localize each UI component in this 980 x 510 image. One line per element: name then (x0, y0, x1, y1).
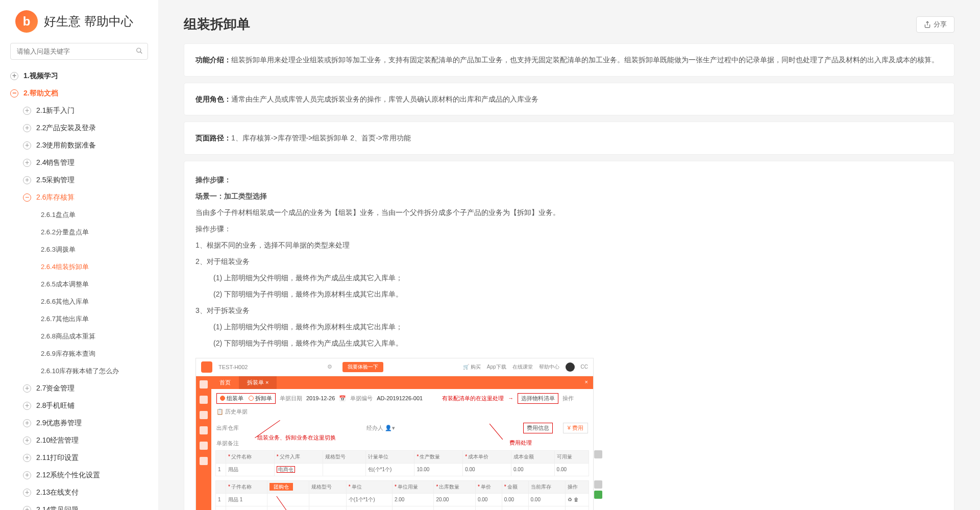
box-icon (200, 396, 208, 404)
step-1: 1、根据不同的业务，选择不同单据的类型来处理 (195, 238, 943, 252)
expand-icon (23, 159, 31, 167)
expand-icon (23, 402, 31, 410)
share-icon (924, 21, 931, 28)
expand-icon (23, 506, 31, 510)
home-icon (200, 380, 208, 388)
nav-item[interactable]: 2.5采购管理 (10, 172, 148, 189)
bag-icon (200, 426, 208, 434)
mock-date-label: 单据日期 (280, 395, 302, 402)
search-box (10, 43, 148, 60)
nav-item[interactable]: 2.6.7其他出库单 (10, 310, 148, 328)
step-3-1: (1) 上部明细为父件明细，最终作为原材料生成其它出库单； (195, 320, 943, 334)
nav-item[interactable]: 2.4销售管理 (10, 154, 148, 172)
nav-item[interactable]: 2.6.4组装拆卸单 (10, 258, 148, 276)
nav-item[interactable]: 2.6.1盘点单 (10, 206, 148, 224)
nav-item-label: 2.6库存核算 (36, 193, 75, 202)
embedded-screenshot: TEST-H002 ⚙ 我要体验一下 🛒 购买 App下载 在线课堂 帮助中心 … (195, 358, 594, 510)
annotation-bom: 有装配清单的在这里处理 (442, 395, 504, 402)
intro-label: 功能介绍： (195, 56, 231, 64)
brand-title: 好生意 帮助中心 (44, 13, 133, 30)
mock-video: 在线课堂 (512, 363, 533, 371)
nav-item-label: 2.14常见问题 (36, 505, 79, 510)
nav-item[interactable]: 2.6.3调拨单 (10, 241, 148, 258)
expand-icon (10, 72, 18, 80)
nav-tree: 1.视频学习2.帮助文档2.1新手入门2.2产品安装及登录2.3使用前数据准备2… (0, 67, 158, 510)
nav-item[interactable]: 2.1新手入门 (10, 102, 148, 119)
nav-item[interactable]: 1.视频学习 (10, 67, 148, 85)
expand-icon (23, 471, 31, 479)
grid-icon (200, 457, 208, 465)
tab-close-icon: × (580, 376, 593, 389)
cart-icon (200, 411, 208, 419)
nav-item[interactable]: 2.9优惠券管理 (10, 415, 148, 432)
mock-tabs: 首页 拆装单 × × (211, 376, 593, 389)
nav-item[interactable]: 2.7资金管理 (10, 380, 148, 397)
expand-icon (23, 454, 31, 462)
nav-item[interactable]: 2.6.10库存账本错了怎么办 (10, 362, 148, 380)
nav-item[interactable]: 2.10经营管理 (10, 432, 148, 449)
nav-item[interactable]: 2.6.8商品成本重算 (10, 328, 148, 345)
mock-help: 帮助中心 (539, 363, 559, 371)
nav-item[interactable]: 2.14常见问题 (10, 501, 148, 510)
expand-icon (594, 491, 602, 499)
nav-item[interactable]: 2.6.5成本调整单 (10, 276, 148, 293)
nav-item[interactable]: 2.帮助文档 (10, 85, 148, 102)
tab-home: 首页 (211, 376, 239, 389)
svg-line-1 (140, 52, 142, 54)
brand-logo: b (15, 10, 38, 33)
expand-icon (23, 176, 31, 184)
share-button[interactable]: 分享 (916, 16, 954, 33)
collapse-icon (23, 193, 31, 202)
nav-item-label: 2.帮助文档 (23, 89, 58, 98)
mock-parent-table: 父件名称 父件入库 规格型号 计量单位 生产数量 成本单价 成本金额 可用量 (215, 450, 589, 476)
nav-item-label: 2.6.8商品成本重算 (41, 332, 95, 341)
nav-item[interactable]: 2.12系统个性化设置 (10, 467, 148, 484)
mock-operator-label: 经办人 👤▾ (366, 424, 395, 432)
nav-item-label: 2.6.10库存账本错了怎么办 (41, 367, 119, 376)
nav-item[interactable]: 2.13在线支付 (10, 484, 148, 501)
mock-sidebar (196, 376, 211, 510)
nav-item-label: 2.4销售管理 (36, 158, 75, 167)
annotation-cost: 费用处理 (509, 439, 532, 447)
nav-item-label: 2.1新手入门 (36, 106, 75, 115)
expand-icon (23, 489, 31, 497)
nav-item[interactable]: 2.6.6其他入库单 (10, 293, 148, 310)
nav-item-label: 1.视频学习 (23, 71, 58, 81)
brand-row: b 好生意 帮助中心 (0, 10, 158, 43)
nav-item[interactable]: 2.6.9库存账本查询 (10, 345, 148, 362)
nav-item[interactable]: 2.3使用前数据准备 (10, 137, 148, 154)
step-3: 3、对于拆装业务 (195, 303, 943, 318)
mock-toolbar: 组装单 拆卸单 单据日期 2019-12-26 📅 单据编号 AD-201912… (211, 389, 593, 420)
sidebar: b 好生意 帮助中心 1.视频学习2.帮助文档2.1新手入门2.2产品安装及登录… (0, 0, 158, 510)
nav-item-label: 2.8手机旺铺 (36, 401, 75, 410)
mock-history-button: 📋 历史单据 (216, 408, 248, 416)
search-input[interactable] (10, 43, 148, 60)
mock-tenant-code: TEST-H002 (218, 364, 248, 370)
nav-item-label: 2.13在线支付 (36, 488, 79, 497)
path-card: 页面路径：1、库存核算->库存管理->组装拆卸单 2、首页->常用功能 (184, 122, 954, 155)
nav-item[interactable]: 2.8手机旺铺 (10, 397, 148, 415)
role-card: 使用角色：通常由生产人员或库管人员完成拆装业务的操作，库管人员确认原材料的出库和… (184, 83, 954, 116)
intro-text: 组装拆卸单用来处理企业组装或拆卸等加工业务，支持有固定装配清单的产品加工业务，也… (231, 56, 939, 64)
search-icon[interactable] (136, 47, 143, 56)
step-2-1: (1) 上部明细为父件明细，最终作为产成品生成其它入库单； (195, 271, 943, 285)
mock-cart: 🛒 购买 (463, 363, 481, 371)
mock-cost-info: 费用信息 (523, 423, 553, 433)
mock-doc-label: 单据编号 (350, 395, 373, 402)
nav-item-label: 2.6.4组装拆卸单 (41, 262, 89, 272)
nav-item[interactable]: 2.6.2分量盘点单 (10, 224, 148, 241)
expand-icon (23, 141, 31, 150)
role-text: 通常由生产人员或库管人员完成拆装业务的操作，库管人员确认原材料的出库和产成品的入… (231, 95, 538, 103)
nav-item[interactable]: 2.2产品安装及登录 (10, 119, 148, 137)
nav-item[interactable]: 2.6库存核算 (10, 189, 148, 206)
expand-icon (23, 107, 31, 115)
scene1-desc: 当由多个子件材料组装成一个成品的业务为【组装】业务，当由一个父件拆分成多个子产品… (195, 205, 943, 220)
mock-child-table: 子件名称 团购仓 规格型号 单位 单位用量 出库数量 单价 金额 当前库存 (215, 480, 589, 510)
nav-item-label: 2.2产品安装及登录 (36, 124, 96, 133)
nav-item[interactable]: 2.11打印设置 (10, 449, 148, 467)
nav-item-label: 2.5采购管理 (36, 176, 75, 185)
role-label: 使用角色： (195, 95, 231, 103)
tab-document: 拆装单 × (239, 376, 277, 389)
expand-icon (23, 124, 31, 132)
calendar-icon: 📅 (339, 395, 346, 402)
